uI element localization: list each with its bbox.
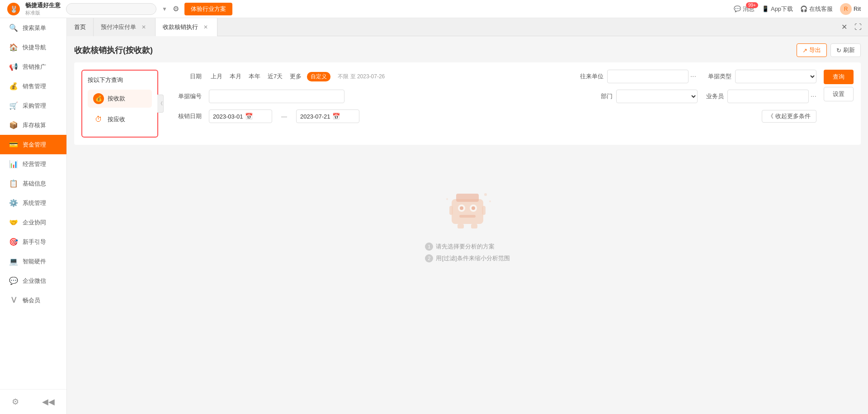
dept-select[interactable] [616,90,698,103]
message-btn[interactable]: 💬 消息 99+ [734,5,755,13]
sidebar-item-nav[interactable]: 🏠 快捷导航 [0,38,66,57]
avatar: R [840,3,852,15]
doc-no-input[interactable] [209,90,344,103]
sidebar-item-inventory[interactable]: 📦 库存核算 [0,115,66,135]
empty-hint-1: 1 请先选择要分析的方案 [425,243,509,251]
filter-date-tabs: 上月 本月 本年 近7天 更多 自定义 [209,71,330,81]
sidebar-bottom: ⚙ ◀◀ [0,389,66,414]
main-layout: 🔍 搜索菜单 🏠 快捷导航 📢 营销推广 💰 销售管理 🛒 采购管理 📦 库存核… [0,18,868,414]
setting-btn[interactable]: 设置 [824,87,854,101]
brand-text: 畅捷通好生意 标准版 [25,1,61,16]
tab-fullscreen-btn[interactable]: ⛶ [852,21,864,33]
svg-rect-7 [449,206,453,215]
member-icon: Ⅴ [9,296,18,305]
filter-left-title: 按以下方查询 [88,76,152,84]
svg-point-12 [489,200,491,202]
writeoff-start-date[interactable]: 2023-03-01 📅 [209,109,272,123]
svg-rect-6 [459,215,476,218]
date-tab-more[interactable]: 更多 [288,71,303,81]
refresh-btn[interactable]: ↻ 刷新 [830,43,861,57]
staff-label: 业务员 [701,92,724,100]
tab-prepay-close[interactable]: ✕ [140,23,148,31]
sidebar-item-sales[interactable]: 💰 销售管理 [0,76,66,96]
date-tab-last-month[interactable]: 上月 [209,71,224,81]
message-badge: 99+ [746,2,758,8]
tab-bar-actions: ✕ ⛶ [839,21,868,33]
partner-label: 往来单位 [576,72,604,81]
staff-more-btn[interactable]: ··· [811,92,816,100]
hint-num-1: 1 [425,243,433,251]
query-btn[interactable]: 查询 [824,70,854,84]
headset-icon: 🎧 [800,5,807,12]
sidebar-item-finance[interactable]: 💳 资金管理 [0,135,66,154]
tab-prepay[interactable]: 预付冲应付单 ✕ [94,18,156,36]
tab-close-all-btn[interactable]: ✕ [839,21,850,33]
svg-point-13 [446,198,448,200]
svg-rect-1 [456,194,479,202]
industry-btn[interactable]: 体验行业方案 [184,3,232,15]
writeoff-end-date[interactable]: 2023-07-21 📅 [296,109,359,123]
filter-date-group: 上月 本月 本年 近7天 更多 自定义 不限 至 2023-07-26 [209,71,385,81]
online-service-btn[interactable]: 🎧 在线客服 [800,5,833,13]
sidebar-item-guide[interactable]: 🎯 新手引导 [0,232,66,252]
settings-bottom-btn[interactable]: ⚙ [10,395,21,409]
search-icon: 🔍 [9,24,18,32]
purchase-icon: 🛒 [9,101,18,110]
sidebar-item-basic[interactable]: 📋 基础信息 [0,174,66,193]
gear-icon[interactable]: ⚙ [173,5,179,13]
sidebar-item-marketing[interactable]: 📢 营销推广 [0,57,66,76]
partner-input[interactable] [607,70,689,83]
enterprise-icon: 🤝 [9,218,18,227]
partner-more-btn[interactable]: ··· [690,72,696,81]
sidebar-item-system[interactable]: ⚙️ 系统管理 [0,193,66,213]
svg-rect-8 [482,206,486,215]
filter-panel: 按以下方查询 💰 按收款 ⏱ 按应收 《 日期 [74,62,861,145]
filter-option-receivable[interactable]: ⏱ 按应收 [88,110,152,128]
date-tab-this-month[interactable]: 本月 [228,71,243,81]
tab-home[interactable]: 首页 [67,18,94,36]
sidebar-item-wechat[interactable]: 💬 企业微信 [0,271,66,290]
date-tab-custom[interactable]: 自定义 [307,72,330,81]
collapse-sidebar-btn[interactable]: ◀◀ [40,395,57,409]
export-btn[interactable]: ↗ 导出 [797,43,827,57]
date-tab-this-year[interactable]: 本年 [247,71,262,81]
chevron-up-icon: 《 [768,112,774,120]
page-content: 收款核销执行(按收款) ↗ 导出 ↻ 刷新 按以下方查询 [67,36,868,414]
filter-row-3: 核销日期 2023-03-01 📅 — 2023-07-21 📅 [175,109,816,123]
sidebar-item-member[interactable]: Ⅴ 畅会员 [0,290,66,310]
calendar-start-icon[interactable]: 📅 [245,113,253,120]
filter-row-1: 日期 上月 本月 本年 近7天 更多 自定义 不限 至 2023 [175,70,816,83]
receipt-option-icon: 💰 [93,93,104,104]
empty-hints: 1 请先选择要分析的方案 2 用[过滤]条件来缩小分析范围 [425,243,509,262]
svg-point-5 [472,206,475,210]
hardware-icon: 💻 [9,257,18,266]
tab-receipt[interactable]: 收款核销执行 ✕ [156,18,217,36]
date-tab-7days[interactable]: 近7天 [266,71,284,81]
writeoff-date-label: 核销日期 [175,112,202,120]
collapse-more-btn[interactable]: 《 收起更多条件 [762,110,816,123]
sidebar-item-hardware[interactable]: 💻 智能硬件 [0,252,66,271]
doc-type-label: 单据类型 [700,72,731,81]
sidebar-item-purchase[interactable]: 🛒 采购管理 [0,96,66,115]
top-bar-right: 💬 消息 99+ 📱 App下载 🎧 在线客服 R Rit [734,3,861,15]
calendar-end-icon[interactable]: 📅 [332,113,340,120]
staff-input[interactable] [727,90,809,103]
sidebar-item-operation[interactable]: 📊 经营管理 [0,154,66,174]
sidebar-item-enterprise[interactable]: 🤝 企业协同 [0,213,66,232]
filter-collapse-toggle[interactable]: 《 [157,95,164,113]
tab-receipt-close[interactable]: ✕ [202,23,210,31]
app-download-btn[interactable]: 📱 App下载 [762,5,793,13]
user-menu[interactable]: R Rit [840,3,861,15]
hint-num-2: 2 [425,254,433,262]
doc-type-select[interactable] [735,70,816,83]
operation-icon: 📊 [9,160,18,168]
sidebar-item-search[interactable]: 🔍 搜索菜单 [0,18,66,38]
mobile-icon: 📱 [762,5,769,12]
filter-right: 日期 上月 本月 本年 近7天 更多 自定义 不限 至 2023 [165,70,816,138]
search-input[interactable] [66,3,156,15]
chevron-down-icon[interactable]: ▼ [162,6,167,12]
filter-option-receipt[interactable]: 💰 按收款 [88,90,152,108]
doc-no-label: 单据编号 [175,92,202,100]
guide-icon: 🎯 [9,238,18,246]
basic-icon: 📋 [9,179,18,188]
